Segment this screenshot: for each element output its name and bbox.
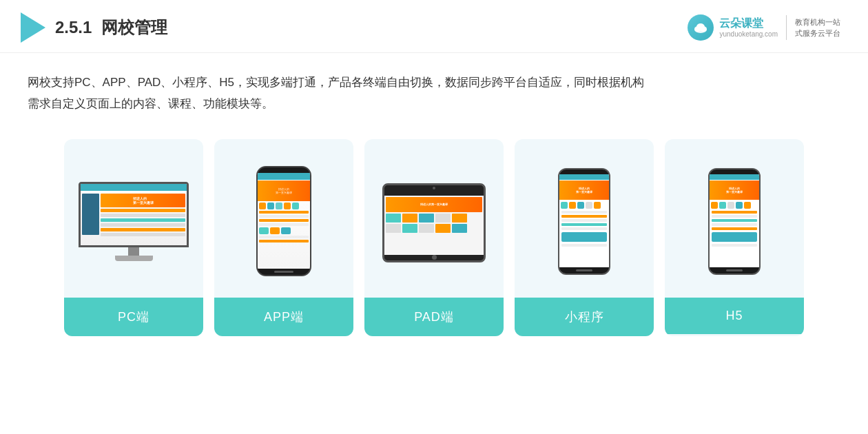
tablet-screen-area: 招进人的第一堂兴趣课 [384, 191, 484, 255]
svg-point-3 [696, 23, 705, 30]
icon-dot [259, 203, 266, 209]
monitor-screen: 招进人的第一堂兴趣课 [79, 182, 189, 247]
card-image-mini: 招进人的第一堂兴趣课 [515, 139, 654, 298]
card-mini-program: 招进人的第一堂兴趣课 [515, 139, 654, 336]
tablet-cell [452, 224, 467, 233]
phone-list-row [259, 236, 309, 238]
card-label-h5: H5 [665, 298, 804, 334]
icon-dot-wide [270, 227, 280, 234]
header-right: 云朵课堂 yunduoketang.com 教育机构一站 式服务云平台 [688, 14, 840, 41]
phone-list-row [259, 211, 309, 214]
description-text: 网校支持PC、APP、PAD、小程序、H5，实现多端打通，产品各终端自由切换，数… [0, 53, 868, 125]
phone-banner: 招进人的第一堂兴趣课 [258, 180, 310, 201]
banner-text: 招进人的第一堂兴趣课 [133, 196, 154, 205]
screen-content: 招进人的第一堂兴趣课 [81, 192, 187, 239]
tablet-cell [419, 224, 434, 233]
monitor-screen-inner: 招进人的第一堂兴趣课 [81, 184, 187, 245]
tablet-top-bar [384, 185, 484, 191]
phone-home-bar [274, 271, 293, 273]
h5-row [712, 211, 757, 214]
mini-phone-device-1: 招进人的第一堂兴趣课 [558, 168, 610, 275]
icon-dot [594, 202, 601, 209]
card-pc: 招进人的第一堂兴趣课 [64, 139, 203, 336]
screen-row-6 [101, 233, 185, 236]
card-label-pad: PAD端 [364, 298, 504, 336]
icon-dot [284, 203, 291, 209]
mini-banner-text: 招进人的第一堂兴趣课 [576, 187, 592, 194]
card-image-pad: 招进人的第一堂兴趣课 [364, 139, 504, 298]
tablet-home-btn [432, 255, 437, 260]
phone-list-row [259, 219, 309, 222]
mini-phone-outer-1: 招进人的第一堂兴趣课 [558, 168, 610, 275]
monitor-device: 招进人的第一堂兴趣课 [79, 182, 189, 261]
tablet-cell [419, 214, 434, 223]
phone-device: 招进人的第一堂兴趣课 [256, 166, 311, 276]
tablet-cell [435, 224, 451, 233]
mini-phone-screen-2: 招进人的第一堂兴趣课 [710, 174, 759, 267]
screen-row-2 [101, 214, 185, 217]
monitor-neck [128, 247, 139, 256]
icon-dot [569, 202, 576, 209]
h5-row [712, 215, 757, 218]
screen-sidebar [82, 194, 99, 235]
tablet-cell [435, 214, 451, 223]
mini-phone-home-2 [726, 269, 743, 271]
tablet-cell [452, 214, 467, 223]
h5-row [712, 219, 757, 222]
card-pad: 招进人的第一堂兴趣课 [364, 139, 504, 336]
brand-logo: 云朵课堂 yunduoketang.com 教育机构一站 式服务云平台 [688, 14, 840, 41]
mini-banner: 招进人的第一堂兴趣课 [559, 180, 609, 200]
mini-row [561, 227, 607, 230]
icon-dot [727, 202, 734, 209]
card-label-app: APP端 [214, 298, 353, 336]
h5-row [712, 244, 757, 247]
phone-banner-text: 招进人的第一堂兴趣课 [276, 187, 292, 194]
icon-dot [744, 202, 751, 209]
icon-dot [561, 202, 568, 209]
section-number: 2.5.1 [55, 18, 92, 37]
tablet-cell [386, 214, 401, 223]
icon-dot-wide [281, 227, 291, 234]
h5-icon-row [710, 200, 759, 210]
description-line2: 需求自定义页面上的内容、课程、功能模块等。 [28, 94, 840, 115]
cloud-icon [693, 20, 708, 35]
tablet-cell [386, 224, 401, 233]
icon-dot [267, 203, 274, 209]
tagline-line1: 教育机构一站 [795, 17, 840, 28]
phone-screen: 招进人的第一堂兴趣课 [258, 173, 310, 269]
screen-row-5 [101, 228, 185, 231]
card-app: 招进人的第一堂兴趣课 [214, 139, 353, 336]
icon-dot [736, 202, 743, 209]
tablet-cell [402, 224, 417, 233]
icon-dot [719, 202, 726, 209]
brand-tagline: 教育机构一站 式服务云平台 [795, 17, 840, 39]
h5-row [712, 227, 757, 230]
tablet-banner: 招进人的第一堂兴趣课 [386, 197, 482, 212]
tablet-device: 招进人的第一堂兴趣课 [382, 183, 486, 262]
h5-top-bar [710, 174, 759, 180]
mini-phone-outer-2: 招进人的第一堂兴趣课 [708, 168, 761, 275]
icon-dot [577, 202, 584, 209]
logo-triangle-icon [21, 12, 45, 43]
screen-bar [81, 184, 187, 191]
icon-dot [586, 202, 592, 209]
brand-icon [688, 14, 714, 41]
phone-icon-row-2 [258, 227, 310, 235]
h5-banner: 招进人的第一堂兴趣课 [710, 180, 759, 200]
screen-banner: 招进人的第一堂兴趣课 [101, 194, 185, 207]
tablet-grid-row1 [386, 214, 482, 223]
header-left: 2.5.1 网校管理 [21, 12, 167, 43]
mini-btn [561, 232, 607, 242]
tablet-main-area: 招进人的第一堂兴趣课 [384, 196, 484, 255]
screen-row-3 [101, 218, 185, 222]
icon-dot [711, 202, 718, 209]
mini-row [561, 223, 607, 226]
phone-icon-row-1 [258, 202, 310, 210]
brand-text: 云朵课堂 yunduoketang.com [719, 17, 778, 38]
tagline-line2: 式服务云平台 [795, 28, 840, 39]
mini-phone-device-2: 招进人的第一堂兴趣课 [708, 168, 761, 275]
tablet-cell [402, 214, 417, 223]
tablet-nav-bar [384, 191, 484, 196]
tablet-bottom-bar [384, 255, 484, 260]
tablet-camera [433, 187, 435, 189]
